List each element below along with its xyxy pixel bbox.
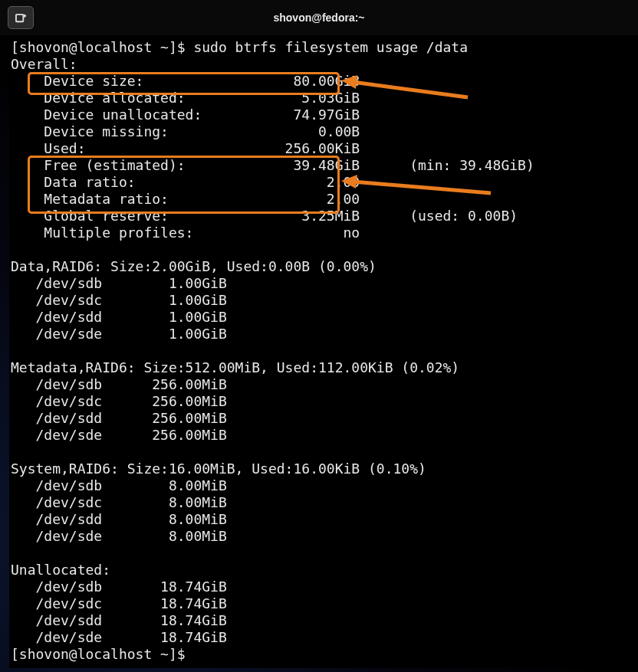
unallocated-header: Unallocated: xyxy=(11,562,110,578)
meta-dev: /dev/sde 256.00MiB xyxy=(11,427,227,443)
sys-dev: /dev/sdd 8.00MiB xyxy=(11,511,227,527)
unalloc-dev: /dev/sdd 18.74GiB xyxy=(11,612,227,628)
sys-dev: /dev/sde 8.00MiB xyxy=(11,528,227,544)
meta-dev: /dev/sdc 256.00MiB xyxy=(11,393,227,409)
data-dev: /dev/sdc 1.00GiB xyxy=(11,292,227,308)
command: sudo btrfs filesystem usage /data xyxy=(193,39,468,55)
device-missing: Device missing: 0.00B xyxy=(11,123,360,139)
svg-rect-0 xyxy=(15,14,22,21)
data-dev: /dev/sde 1.00GiB xyxy=(11,326,227,342)
sys-dev: /dev/sdc 8.00MiB xyxy=(11,494,227,510)
meta-dev: /dev/sdd 256.00MiB xyxy=(11,410,227,426)
terminal-plus-icon xyxy=(15,12,27,24)
meta-dev: /dev/sdb 256.00MiB xyxy=(11,376,227,392)
unalloc-dev: /dev/sdb 18.74GiB xyxy=(11,579,227,595)
device-size: Device size: 80.00GiB xyxy=(11,73,360,89)
data-dev: /dev/sdb 1.00GiB xyxy=(11,275,227,291)
metadata-section-header: Metadata,RAID6: Size:512.00MiB, Used:112… xyxy=(11,359,459,375)
new-tab-button[interactable] xyxy=(8,6,34,29)
prompt: [shovon@localhost ~]$ xyxy=(11,646,193,662)
device-allocated: Device allocated: 5.03GiB xyxy=(11,90,360,106)
data-ratio: Data ratio: 2.00 xyxy=(11,174,360,190)
unalloc-dev: /dev/sdc 18.74GiB xyxy=(11,595,227,611)
window-title: shovon@fedora:~ xyxy=(0,11,638,24)
free-estimated: Free (estimated): 39.48GiB (min: 39.48Gi… xyxy=(11,157,534,173)
global-reserve: Global reserve: 3.25MiB (used: 0.00B) xyxy=(11,208,518,224)
window-titlebar: shovon@fedora:~ xyxy=(0,0,638,35)
used: Used: 256.00KiB xyxy=(11,140,360,156)
overall-header: Overall: xyxy=(11,56,77,72)
prompt: [shovon@localhost ~]$ xyxy=(11,39,193,55)
metadata-ratio: Metadata ratio: 2.00 xyxy=(11,191,360,207)
device-unallocated: Device unallocated: 74.97GiB xyxy=(11,107,360,123)
data-dev: /dev/sdd 1.00GiB xyxy=(11,309,227,325)
multiple-profiles: Multiple profiles: no xyxy=(11,225,360,241)
system-section-header: System,RAID6: Size:16.00MiB, Used:16.00K… xyxy=(11,461,426,477)
unalloc-dev: /dev/sde 18.74GiB xyxy=(11,629,227,645)
terminal-output[interactable]: [shovon@localhost ~]$ sudo btrfs filesys… xyxy=(9,37,629,668)
sys-dev: /dev/sdb 8.00MiB xyxy=(11,477,227,493)
data-section-header: Data,RAID6: Size:2.00GiB, Used:0.00B (0.… xyxy=(11,258,377,274)
